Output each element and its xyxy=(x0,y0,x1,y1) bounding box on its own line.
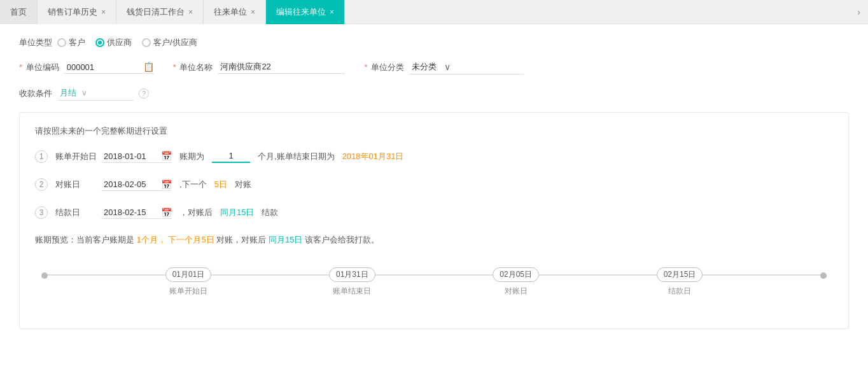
period-num-1: 1 xyxy=(35,150,48,163)
code-name-row: * 单位编码 📋 * 单位名称 * 单位分类 未分类 xyxy=(19,60,849,74)
radio-customer-label: 客户 xyxy=(69,37,85,48)
timeline-node-3: 02月05日 对账日 xyxy=(493,267,539,297)
payment-select[interactable]: 月结 ∨ xyxy=(57,86,134,101)
unit-code-input[interactable] xyxy=(64,61,141,73)
tab-cash-desk[interactable]: 钱货日清工作台 × xyxy=(116,0,204,24)
period-label-1: 账单开始日 xyxy=(55,151,94,162)
timeline-label-4: 结款日 xyxy=(668,286,691,297)
panel-title: 请按照未来的一个完整帐期进行设置 xyxy=(35,125,833,137)
unit-code-input-wrapper: 📋 xyxy=(64,61,154,74)
unit-category-value: 未分类 xyxy=(409,60,439,74)
unit-type-group: 单位类型 客户 供应商 客户/供应商 xyxy=(19,37,197,48)
radio-supplier[interactable]: 供应商 xyxy=(95,37,132,48)
unit-category-select[interactable]: 未分类 ∨ xyxy=(409,60,524,74)
period-date-2-field[interactable] xyxy=(101,178,158,190)
unit-type-row: 单位类型 客户 供应商 客户/供应商 xyxy=(19,37,849,48)
unit-name-label: * 单位名称 xyxy=(173,62,213,73)
period-3-prefix: ，对账后 xyxy=(179,207,213,218)
period-num-3: 3 xyxy=(35,206,48,219)
timeline-badge-3: 02月05日 xyxy=(493,267,539,282)
preview-1m: 1个月， xyxy=(137,235,166,244)
radio-customer[interactable]: 客户 xyxy=(57,37,85,48)
period-date-2-cal-icon[interactable]: 📅 xyxy=(161,179,172,190)
tab-partner-label: 往来单位 xyxy=(214,6,247,18)
preview-end: 该客户会给我打款。 xyxy=(305,235,379,244)
timeline: 01月01日 账单开始日 01月31日 账单结束日 02月05日 对账日 xyxy=(35,261,833,316)
period-1-desc-prefix: 账期为 xyxy=(179,151,204,162)
tab-partner[interactable]: 往来单位 × xyxy=(204,0,266,24)
unit-code-label: * 单位编码 xyxy=(19,62,59,73)
period-date-3-input: 📅 xyxy=(101,206,172,219)
cat-required-star: * xyxy=(364,62,367,72)
timeline-node-1: 01月01日 账单开始日 xyxy=(165,267,212,297)
period-row-2: 2 对账日 📅 ,下一个 5日 对账 xyxy=(35,178,833,191)
period-1-desc-suffix: 个月,账单结束日期为 xyxy=(258,151,335,162)
unit-category-group: * 单位分类 未分类 ∨ xyxy=(364,60,524,74)
preview-text: 账期预览：当前客户账期是 1个月， 下一个月5日 对账，对账后 同月15日 该客… xyxy=(35,234,833,246)
preview-mid: 对账，对账后 xyxy=(216,235,266,244)
tab-edit-partner-close[interactable]: × xyxy=(330,8,334,17)
unit-code-icon[interactable]: 📋 xyxy=(143,62,154,72)
unit-category-label: * 单位分类 xyxy=(364,62,404,73)
timeline-left-dot xyxy=(41,267,48,279)
period-2-suffix: 对账 xyxy=(235,179,251,190)
payment-label: 收款条件 xyxy=(19,88,52,99)
radio-both-circle xyxy=(142,38,151,47)
period-num-2: 2 xyxy=(35,178,48,191)
radio-supplier-circle xyxy=(95,38,104,47)
unit-type-label: 单位类型 xyxy=(19,37,52,48)
tab-partner-close[interactable]: × xyxy=(251,8,255,17)
preview-label: 账期预览：当前客户账期是 xyxy=(35,235,134,244)
radio-customer-circle xyxy=(57,38,66,47)
period-date-3-cal-icon[interactable]: 📅 xyxy=(161,208,172,218)
tab-sales-order-close[interactable]: × xyxy=(101,8,106,17)
period-date-1-field[interactable] xyxy=(101,150,158,162)
unit-name-group: * 单位名称 xyxy=(173,61,346,74)
category-chevron-icon[interactable]: ∨ xyxy=(444,62,451,72)
tab-home[interactable]: 首页 xyxy=(0,0,38,24)
period-label-3: 结款日 xyxy=(55,207,94,218)
radio-both-label: 客户/供应商 xyxy=(153,37,197,48)
payment-chevron-icon[interactable]: ∨ xyxy=(81,88,87,97)
payment-group: 收款条件 月结 ∨ ? xyxy=(19,86,149,101)
timeline-right-dot xyxy=(820,267,827,279)
tab-cash-desk-close[interactable]: × xyxy=(188,8,193,17)
timeline-dot-right xyxy=(820,272,827,279)
tab-home-label: 首页 xyxy=(10,6,27,18)
period-month-input[interactable] xyxy=(212,150,250,163)
tab-cash-desk-label: 钱货日清工作台 xyxy=(127,6,185,18)
unit-name-input[interactable] xyxy=(218,61,345,73)
period-date-1-input: 📅 xyxy=(101,150,172,163)
radio-both[interactable]: 客户/供应商 xyxy=(142,37,197,48)
timeline-node-4: 02月15日 结款日 xyxy=(657,267,703,297)
timeline-label-2: 账单结束日 xyxy=(333,286,371,297)
timeline-badge-2: 01月31日 xyxy=(329,267,375,282)
radio-group: 客户 供应商 客户/供应商 xyxy=(57,37,197,48)
payment-help-icon[interactable]: ? xyxy=(139,88,149,99)
period-row-1: 1 账单开始日 📅 账期为 个月,账单结束日期为 2018年01月31日 xyxy=(35,150,833,163)
timeline-label-3: 对账日 xyxy=(505,286,528,297)
timeline-badge-4: 02月15日 xyxy=(657,267,703,282)
period-3-suffix: 结款 xyxy=(262,207,278,218)
timeline-dot-left xyxy=(41,272,48,279)
preview-same: 同月15日 xyxy=(269,235,302,244)
code-required-star: * xyxy=(19,62,22,72)
timeline-badge-1: 01月01日 xyxy=(165,267,212,282)
period-date-1-cal-icon[interactable]: 📅 xyxy=(161,151,172,161)
tab-sales-order[interactable]: 销售订单历史 × xyxy=(38,0,116,24)
period-date-3-field[interactable] xyxy=(101,206,158,218)
preview-next: 下一个月5日 xyxy=(168,235,214,244)
radio-supplier-label: 供应商 xyxy=(107,37,132,48)
payment-value: 月结 xyxy=(57,86,79,100)
period-label-2: 对账日 xyxy=(55,179,94,190)
tab-overflow-arrow[interactable]: › xyxy=(850,7,868,17)
timeline-label-1: 账单开始日 xyxy=(169,286,207,297)
timeline-node-2: 01月31日 账单结束日 xyxy=(329,267,375,297)
period-panel: 请按照未来的一个完整帐期进行设置 1 账单开始日 📅 账期为 个月,账单结束日期… xyxy=(19,112,849,329)
name-required-star: * xyxy=(173,62,176,72)
period-2-highlight: 5日 xyxy=(214,179,227,190)
period-2-desc: ,下一个 xyxy=(179,179,207,190)
unit-code-group: * 单位编码 📋 xyxy=(19,61,154,74)
tab-edit-partner[interactable]: 编辑往来单位 × xyxy=(266,0,345,24)
tab-bar: 首页 销售订单历史 × 钱货日清工作台 × 往来单位 × 编辑往来单位 × › xyxy=(0,0,868,24)
